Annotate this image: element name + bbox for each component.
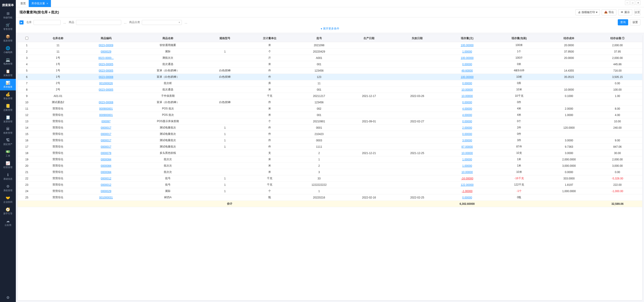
sidebar-settings[interactable]: ⚙ <box>0 294 16 302</box>
cell-qty-main[interactable]: 0.00000 <box>441 80 493 87</box>
cell-qty-main[interactable]: 0.00000 <box>441 131 493 137</box>
sidebar-item-ledger[interactable]: 📒 总账管理 <box>0 102 16 113</box>
cell-qty-main[interactable]: 0.00000 <box>441 61 493 68</box>
window-minimize[interactable]: ─ <box>625 1 630 5</box>
cell-qty-main[interactable]: 100.00000 <box>441 55 493 61</box>
sidebar-item-base-info[interactable]: ℹ 基础信息 <box>0 171 16 182</box>
sidebar-item-tax[interactable]: 🏛 税务管理 <box>0 125 16 136</box>
cell-code[interactable]: 0000017 <box>80 144 132 150</box>
sidebar-item-nav[interactable]: ⊞ 快捷导航 <box>0 10 16 21</box>
cell-code[interactable]: 000900001 <box>80 112 132 118</box>
cell-code[interactable]: 0000012 <box>80 182 132 188</box>
sidebar-item-guide[interactable]: 🧭 新手引导 <box>0 206 16 217</box>
sidebar-item-small-ecom[interactable]: 🌐 小融电商 <box>0 44 16 56</box>
cell-qty-main[interactable]: 10.00000 <box>441 169 493 175</box>
display-button[interactable]: 👁 展示 <box>618 9 632 16</box>
cell-code[interactable]: 0000017 <box>80 125 132 131</box>
sidebar-item-inventory[interactable]: 📊 库存核算 <box>0 79 16 90</box>
cell-warehouse: 测试通选2 <box>36 99 80 106</box>
sidebar-item-collab[interactable]: 🤝 企业协同 <box>0 194 16 206</box>
cell-code[interactable]: 0023-00005 <box>80 61 132 68</box>
sidebar-item-payroll[interactable]: 💵 工资 <box>0 148 16 159</box>
table-container: 仓库名称 商品编码 商品名称 规格型号 主计量单位 批号 生产日期 失效日期 现… <box>18 35 642 300</box>
cell-qty-main[interactable]: 10.00000 <box>441 87 493 93</box>
cell-warehouse: 营营综仓 <box>36 163 80 169</box>
cell-code[interactable]: 0000078 <box>80 150 132 156</box>
window-close[interactable]: ✕ <box>636 1 640 5</box>
sidebar-item-fixed-assets[interactable]: 🏗 固定资产 <box>0 136 16 148</box>
cell-code[interactable]: 001000031 <box>80 194 132 201</box>
cell-code[interactable]: 0023-00008 <box>80 74 132 80</box>
tab-close-icon[interactable]: ✕ <box>46 2 48 5</box>
cell-code[interactable]: 0000084 <box>80 169 132 175</box>
cell-name: 鲜挡A <box>132 194 204 201</box>
expand-more-btn[interactable]: ▾ 展开更多条件 <box>20 26 640 31</box>
sidebar-item-retail[interactable]: 🛒 零售管理 <box>0 21 16 33</box>
sidebar-item-invoice[interactable]: 🧾 发票管理 <box>0 113 16 125</box>
sidebar-item-cloud[interactable]: ☁ 云应用 <box>0 217 16 229</box>
cell-code[interactable]: 000097 <box>80 118 132 125</box>
cell-qty-main[interactable]: -1.00000 <box>441 188 493 194</box>
cell-qty-main[interactable]: 0.00000 <box>441 194 493 201</box>
cell-code[interactable]: 0000017 <box>80 131 132 137</box>
product-dots[interactable]: ... <box>123 21 128 24</box>
sidebar-item-wholesale[interactable]: 📦 批发管理 <box>0 33 16 44</box>
cell-qty-main[interactable]: 4.00000 <box>441 106 493 112</box>
sidebar-item-system[interactable]: ⚙ 系统管理 <box>0 182 16 194</box>
cell-qty-main[interactable]: 49.60000 <box>441 68 493 74</box>
export-button[interactable]: 📤 导出 <box>602 9 616 16</box>
cell-name: 富涿（白色/奶棒） <box>132 68 204 74</box>
settings-button[interactable]: 设置 <box>634 9 640 16</box>
sidebar-logo[interactable]: 搜索菜单 <box>1 2 15 9</box>
cell-qty-main[interactable]: 10.00000 <box>441 93 493 99</box>
cell-code[interactable]: 0023-00008 <box>80 99 132 106</box>
cell-qty-main[interactable]: 100.00000 <box>441 42 493 49</box>
category-dots[interactable]: ... <box>184 21 188 24</box>
cell-code[interactable]: 0000084 <box>80 163 132 169</box>
sidebar-item-finance[interactable]: 💰 资金管理 <box>0 90 16 102</box>
cell-qty-main[interactable]: 87.00000 <box>441 144 493 150</box>
cell-code[interactable]: 0000029 <box>80 188 132 194</box>
cell-qty-main[interactable]: 1.00000 <box>441 163 493 169</box>
cell-qty-main[interactable]: 10.00000 <box>441 150 493 156</box>
cell-code[interactable]: 0000017 <box>80 137 132 144</box>
cell-code[interactable]: 0000029 <box>80 49 132 55</box>
cell-qty-main[interactable]: 1.00000 <box>441 49 493 55</box>
cell-code[interactable]: 000900001 <box>80 106 132 112</box>
cell-code[interactable]: 0023-00005 <box>80 87 132 93</box>
category-input[interactable] <box>144 21 178 24</box>
cell-qty-main[interactable]: -16.00000 <box>441 175 493 182</box>
cell-qty-main[interactable]: 1.00000 <box>441 156 493 163</box>
cell-qty-main[interactable]: 3.00000 <box>441 137 493 144</box>
filter-settings-button[interactable]: 设置 <box>630 19 640 25</box>
cell-code[interactable]: 0023-00005 <box>80 68 132 74</box>
warehouse-filter-input[interactable] <box>34 20 60 25</box>
window-restore[interactable]: □ <box>630 1 635 5</box>
product-filter-input[interactable] <box>76 20 121 25</box>
cell-code[interactable] <box>80 93 132 99</box>
cell-qty-main[interactable]: 0.00000 <box>441 99 493 106</box>
cell-qty-main[interactable]: 0.00000 <box>441 118 493 125</box>
select-all-checkbox[interactable] <box>25 37 28 40</box>
cell-qty-main[interactable]: 100.00000 <box>441 74 493 80</box>
tab-home[interactable]: 首页 <box>18 0 29 7</box>
category-select[interactable]: ▾ <box>142 20 182 25</box>
warehouse-dots[interactable]: ... <box>62 21 67 24</box>
cell-code[interactable]: 0023-00009 <box>80 42 132 49</box>
cell-qty-main[interactable]: 2.00000 <box>441 125 493 131</box>
cell-qty-main[interactable]: 122.00000 <box>441 182 493 188</box>
cell-warehouse: 1号 <box>36 61 80 68</box>
cell-batch: 123456 <box>293 68 345 74</box>
cell-code[interactable]: 0000012 <box>80 175 132 182</box>
cell-code[interactable]: 001000026 <box>80 80 132 87</box>
sidebar-item-purchase[interactable]: 📋 采购管理 <box>0 67 16 79</box>
sidebar-item-management[interactable]: 📈 经营管理 <box>0 159 16 171</box>
expand-arrow-btn[interactable]: ► <box>20 20 24 25</box>
tab-inventory-batch[interactable]: 库存批次量 ✕ <box>29 0 51 7</box>
cell-qty-main[interactable]: 4.00000 <box>441 112 493 118</box>
sidebar-item-ecom[interactable]: 💻 电商管理 <box>0 56 16 67</box>
cell-code[interactable]: 0023-0000... <box>80 55 132 61</box>
cell-code[interactable]: 0000084 <box>80 156 132 163</box>
search-button[interactable]: 查询 <box>618 19 628 25</box>
print-template-button[interactable]: 🖨 按模板打印 ▾ <box>576 9 600 16</box>
